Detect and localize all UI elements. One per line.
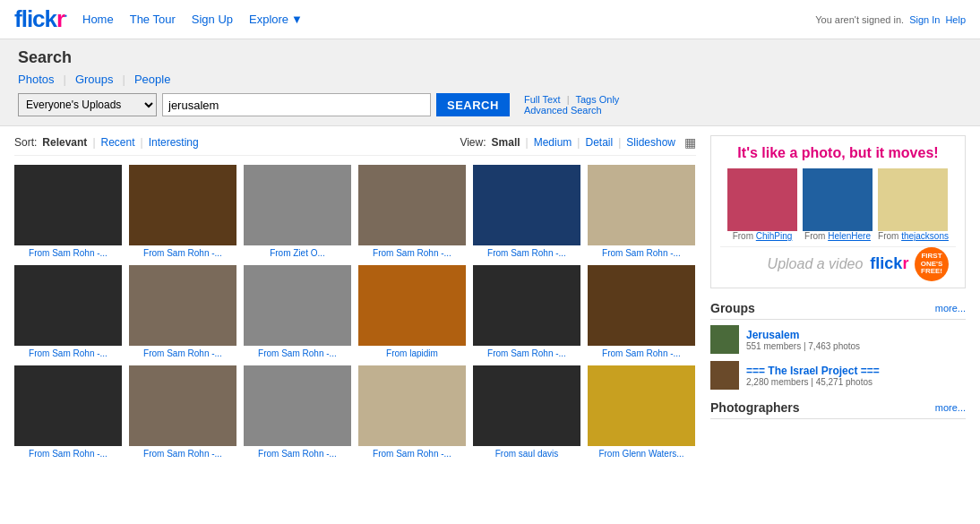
help-link[interactable]: Help — [945, 14, 966, 25]
nav-signup[interactable]: Sign Up — [192, 13, 233, 26]
photo-grid: From Sam Rohn -...From Sam Rohn -...From… — [14, 165, 696, 459]
search-input[interactable] — [162, 93, 431, 116]
photo-label: From Sam Rohn -... — [487, 348, 566, 358]
ad-user-0[interactable]: ChihPing — [756, 231, 793, 241]
photo-item[interactable]: From Sam Rohn -... — [129, 365, 236, 459]
full-text-link[interactable]: Full Text — [524, 94, 561, 105]
view-medium[interactable]: Medium — [534, 136, 572, 149]
group-name[interactable]: Jerusalem — [746, 329, 860, 341]
ad-title: It's like a photo, but it moves! — [720, 145, 956, 161]
tags-only-link[interactable]: Tags Only — [575, 94, 619, 105]
search-button[interactable]: SEARCH — [436, 93, 510, 116]
photographers-title: Photographers — [710, 400, 800, 415]
ad-thumb-2: From thejacksons — [878, 168, 949, 241]
photo-item[interactable]: From Sam Rohn -... — [14, 165, 122, 258]
photo-label: From Sam Rohn -... — [143, 449, 222, 459]
photo-thumb — [129, 165, 236, 245]
photo-thumb — [358, 265, 466, 346]
search-options: Full Text | Tags Only Advanced Search — [524, 94, 619, 116]
photo-thumb — [358, 165, 466, 245]
photo-item[interactable]: From Sam Rohn -... — [244, 265, 351, 358]
search-tabs: Photos | Groups | People — [18, 73, 962, 86]
photo-label: From Sam Rohn -... — [602, 348, 681, 358]
right-panel: It's like a photo, but it moves! From Ch… — [710, 135, 966, 459]
tab-people[interactable]: People — [134, 73, 170, 86]
photographers-section: Photographers more... — [710, 400, 966, 419]
sign-in-link[interactable]: Sign In — [909, 14, 940, 25]
flickr-logo-small: flickr — [870, 254, 908, 273]
nav-explore[interactable]: Explore ▼ — [249, 13, 303, 26]
nav-tour[interactable]: The Tour — [130, 13, 176, 26]
photo-item[interactable]: From Sam Rohn -... — [473, 265, 580, 358]
photo-thumb — [14, 365, 122, 446]
group-item: Jerusalem551 members | 7,463 photos — [710, 325, 966, 354]
groups-section: Groups more... Jerusalem551 members | 7,… — [710, 301, 966, 390]
photo-item[interactable]: From Sam Rohn -... — [14, 365, 122, 459]
ad-thumb-1: From HelenHere — [803, 168, 873, 241]
group-icon — [710, 361, 739, 390]
view-detail[interactable]: Detail — [585, 136, 613, 149]
group-icon — [710, 325, 739, 354]
photo-item[interactable]: From Sam Rohn -... — [244, 365, 351, 459]
photo-label: From Sam Rohn -... — [29, 449, 107, 459]
view-slideshow[interactable]: Slideshow — [626, 136, 675, 149]
photo-thumb — [473, 265, 580, 346]
photo-item[interactable]: From Glenn Waters... — [588, 365, 695, 459]
group-info: === The Israel Project ===2,280 members … — [746, 365, 880, 387]
photo-label: From saul davis — [495, 449, 559, 459]
sort-recent[interactable]: Recent — [101, 136, 135, 149]
nav-home[interactable]: Home — [82, 13, 114, 26]
photo-label: From Sam Rohn -... — [373, 449, 451, 459]
grid-view-icon[interactable]: ▦ — [684, 135, 696, 150]
photo-item[interactable]: From Sam Rohn -... — [588, 265, 695, 358]
view-label: View: — [460, 136, 486, 149]
tab-photos[interactable]: Photos — [18, 73, 54, 86]
view-small[interactable]: Small — [492, 136, 520, 149]
advanced-search-link[interactable]: Advanced Search — [524, 105, 619, 116]
photo-label: From Sam Rohn -... — [373, 248, 451, 258]
header: flickr▪ Home The Tour Sign Up Explore ▼ … — [0, 0, 980, 39]
photo-item[interactable]: From Sam Rohn -... — [14, 265, 122, 358]
upload-video-text: Upload a video — [768, 256, 864, 272]
photo-item[interactable]: From Sam Rohn -... — [358, 365, 466, 459]
photo-item[interactable]: From Ziet O... — [244, 165, 351, 258]
auth-text: You aren't signed in. — [815, 14, 904, 25]
photo-thumb — [244, 365, 351, 446]
ad-thumbs: From ChihPing From HelenHere From thejac… — [720, 168, 956, 241]
ad-thumb-label-2: From thejacksons — [878, 231, 949, 241]
search-bar: Search Photos | Groups | People Everyone… — [0, 39, 980, 126]
groups-title: Groups — [710, 301, 755, 315]
photo-item[interactable]: From Sam Rohn -... — [473, 165, 580, 258]
photo-thumb — [129, 365, 236, 446]
photo-thumb — [244, 265, 351, 346]
group-stats: 2,280 members | 45,271 photos — [746, 377, 880, 387]
ad-user-1[interactable]: HelenHere — [828, 231, 871, 241]
ad-thumb-label-1: From HelenHere — [803, 231, 873, 241]
photo-item[interactable]: From Sam Rohn -... — [358, 165, 466, 258]
search-row: Everyone's Uploads Your Contacts' Upload… — [18, 93, 962, 116]
photo-item[interactable]: From saul davis — [473, 365, 580, 459]
ad-user-2[interactable]: thejacksons — [901, 231, 949, 241]
photo-thumb — [358, 365, 466, 446]
ad-thumb-label-0: From ChihPing — [727, 231, 797, 241]
photo-item[interactable]: From Sam Rohn -... — [588, 165, 695, 258]
group-name[interactable]: === The Israel Project === — [746, 365, 880, 377]
main-nav: Home The Tour Sign Up Explore ▼ — [82, 13, 303, 26]
group-info: Jerusalem551 members | 7,463 photos — [746, 329, 860, 351]
photo-thumb — [588, 265, 695, 346]
photo-item[interactable]: From Sam Rohn -... — [129, 265, 236, 358]
sort-controls: Sort: Relevant | Recent | Interesting — [14, 136, 199, 149]
groups-more-link[interactable]: more... — [935, 303, 966, 314]
photographers-more-link[interactable]: more... — [935, 402, 966, 413]
sort-relevant[interactable]: Relevant — [42, 136, 87, 149]
sort-interesting[interactable]: Interesting — [149, 136, 199, 149]
photo-thumb — [588, 165, 695, 245]
photo-item[interactable]: From Sam Rohn -... — [129, 165, 236, 258]
photo-thumb — [588, 365, 695, 446]
left-panel: Sort: Relevant | Recent | Interesting Vi… — [14, 135, 696, 459]
flickr-logo[interactable]: flickr▪ — [14, 5, 66, 33]
search-scope-select[interactable]: Everyone's Uploads Your Contacts' Upload… — [18, 93, 157, 116]
tab-groups[interactable]: Groups — [75, 73, 114, 86]
photo-item[interactable]: From lapidim — [358, 265, 466, 358]
photo-thumb — [473, 165, 580, 245]
